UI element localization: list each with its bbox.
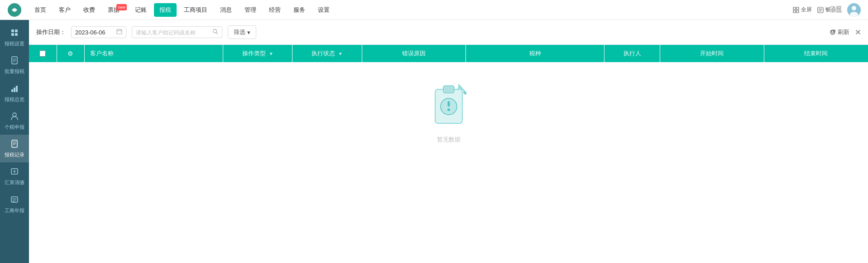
chevron-down-icon: ▾: [247, 29, 250, 36]
svg-rect-16: [14, 88, 15, 92]
nav-settings[interactable]: 设置: [312, 3, 335, 17]
col-start-time: 开始时间: [660, 45, 764, 62]
search-box[interactable]: [132, 26, 222, 38]
nav-home[interactable]: 首页: [29, 3, 52, 17]
col-tax-type: 税种: [466, 45, 604, 62]
tax-overview-icon: [10, 84, 19, 94]
new-badge: new: [116, 4, 127, 10]
top-nav: 首页 客户 收费 票据 new 记账 报税 工商项目 消息 管理 经营 服务 设…: [0, 0, 868, 20]
nav-operation[interactable]: 经营: [264, 3, 286, 17]
col-error-reason: 错误原因: [362, 45, 466, 62]
annual-report-icon: [10, 195, 19, 205]
tax-settings-icon: [10, 28, 19, 39]
svg-rect-3: [796, 7, 799, 10]
col-op-type: 操作类型 ▼: [223, 45, 293, 62]
refresh-button[interactable]: 刷新: [830, 28, 849, 36]
settlement-icon: [10, 167, 19, 177]
svg-rect-2: [793, 7, 796, 10]
svg-rect-4: [793, 10, 796, 13]
fullscreen-label: 全屏: [801, 6, 812, 14]
date-label: 操作日期：: [36, 28, 66, 36]
member-icon: [817, 7, 824, 13]
col-settings: ⚙: [57, 45, 84, 62]
fullscreen-button[interactable]: 全屏: [793, 6, 812, 14]
sidebar-item-tax-records[interactable]: 报税记录: [0, 135, 29, 162]
calendar-icon: [116, 29, 122, 36]
nav-bookkeeping[interactable]: 记账: [129, 3, 152, 17]
col-customer: 客户名称: [85, 45, 223, 62]
nav-manage[interactable]: 管理: [239, 3, 262, 17]
date-input[interactable]: [75, 29, 114, 36]
sidebar-label-personal-tax: 个税申报: [5, 124, 24, 130]
exec-status-filter-icon[interactable]: ▼: [338, 51, 343, 56]
records-table: ⚙ 客户名称 操作类型 ▼ 执行状态 ▼: [29, 45, 868, 62]
close-button[interactable]: ✕: [855, 28, 861, 37]
svg-point-8: [852, 6, 856, 10]
sidebar-label-batch-tax: 批量报税: [5, 68, 24, 74]
svg-rect-30: [447, 101, 450, 107]
sidebar-label-tax-overview: 报税总览: [5, 96, 24, 102]
svg-rect-15: [11, 89, 13, 92]
nav-service[interactable]: 服务: [288, 3, 311, 17]
filter-label: 筛选: [234, 28, 245, 36]
svg-rect-11: [15, 29, 18, 32]
nav-tax[interactable]: 报税: [154, 3, 177, 17]
sidebar: 报税设置 批量报税 报税总览: [0, 20, 29, 263]
op-type-filter-icon[interactable]: ▼: [269, 51, 273, 56]
svg-point-1: [13, 9, 16, 11]
sidebar-label-tax-records: 报税记录: [5, 151, 24, 158]
svg-rect-19: [12, 140, 17, 147]
nav-message[interactable]: 消息: [215, 3, 237, 17]
col-checkbox: [29, 45, 57, 62]
svg-rect-22: [117, 29, 122, 34]
col-exec-status: 执行状态 ▼: [293, 45, 362, 62]
svg-rect-12: [11, 33, 14, 36]
sidebar-item-batch-tax[interactable]: 批量报税: [0, 51, 29, 79]
search-icon[interactable]: [212, 29, 218, 36]
nav-invoice[interactable]: 票据 new: [102, 3, 128, 17]
fullscreen-icon: [793, 7, 799, 13]
svg-rect-17: [16, 86, 18, 92]
search-input[interactable]: [136, 29, 210, 36]
content-area: 操作日期： 筛: [29, 20, 868, 263]
select-all-checkbox[interactable]: [39, 50, 46, 57]
sidebar-item-annual-report[interactable]: 工商年报: [0, 190, 29, 218]
filter-button[interactable]: 筛选 ▾: [228, 25, 256, 39]
tax-records-icon: [10, 139, 19, 150]
user-avatar[interactable]: [847, 3, 861, 17]
nav-menu: 首页 客户 收费 票据 new 记账 报税 工商项目 消息 管理 经营 服务 设…: [29, 3, 793, 17]
app-logo[interactable]: [7, 3, 22, 17]
sidebar-item-tax-overview[interactable]: 报税总览: [0, 79, 29, 107]
batch-tax-icon: [10, 56, 19, 66]
refresh-label: 刷新: [838, 28, 849, 36]
sidebar-label-settlement: 汇算清缴: [5, 179, 24, 185]
top-nav-right: 全屏 畅会员: [793, 3, 861, 17]
svg-rect-13: [15, 33, 18, 36]
svg-rect-10: [11, 29, 14, 32]
svg-point-31: [447, 108, 450, 111]
nav-client[interactable]: 客户: [53, 3, 76, 17]
svg-point-18: [13, 113, 16, 117]
sidebar-label-annual-report: 工商年报: [5, 207, 24, 214]
personal-tax-icon: [10, 112, 19, 122]
nav-fee[interactable]: 收费: [78, 3, 101, 17]
sidebar-item-settlement[interactable]: 汇算清缴: [0, 162, 29, 190]
empty-state: 暂无数据: [29, 62, 868, 162]
main-layout: 报税设置 批量报税 报税总览: [0, 20, 868, 263]
sidebar-item-personal-tax[interactable]: 个税申报: [0, 107, 29, 135]
col-gear-icon[interactable]: ⚙: [67, 50, 73, 57]
sidebar-item-tax-settings[interactable]: 报税设置: [0, 24, 29, 51]
toolbar: 操作日期： 筛: [29, 20, 868, 45]
svg-rect-5: [796, 10, 799, 13]
table-container[interactable]: ⚙ 客户名称 操作类型 ▼ 执行状态 ▼: [29, 45, 868, 263]
col-executor: 执行人: [604, 45, 660, 62]
refresh-icon: [830, 29, 836, 35]
sidebar-label-tax-settings: 报税设置: [5, 40, 24, 47]
col-end-time: 结束时间: [764, 45, 868, 62]
empty-illustration: [426, 80, 471, 130]
toolbar-right: 刷新 ✕: [830, 28, 861, 37]
date-picker[interactable]: [71, 26, 126, 38]
nav-business[interactable]: 工商项目: [178, 3, 213, 17]
empty-text: 暂无数据: [437, 136, 460, 144]
ce-badge: CE: [829, 4, 842, 15]
